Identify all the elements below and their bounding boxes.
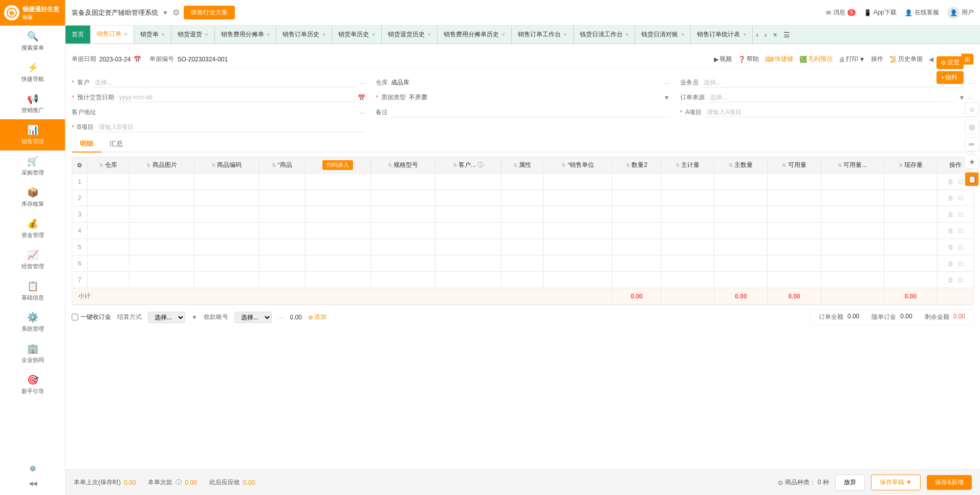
row-spec-2[interactable] — [371, 190, 435, 206]
row-customer-code-1[interactable] — [435, 174, 502, 190]
sidebar-item-sales[interactable]: 📊 销售管理 — [0, 119, 65, 150]
b-project-input[interactable] — [97, 122, 366, 132]
row-unit-7[interactable] — [543, 272, 613, 288]
row-spec-5[interactable] — [371, 239, 435, 255]
address-more-btn[interactable]: ··· — [360, 109, 366, 117]
row-copy-btn-5[interactable]: ⊡ — [958, 244, 963, 251]
tab-sales-bill-history[interactable]: 销货单历史 × — [332, 26, 382, 44]
tab-summary[interactable]: 汇总 — [101, 136, 131, 152]
sidebar-item-marketing[interactable]: 📢 营销推广 — [0, 88, 65, 119]
tab-daily-clear-workbench[interactable]: 钱货日清工作台 × — [574, 26, 636, 44]
row-customer-code-4[interactable] — [435, 223, 502, 239]
row-qty2-5[interactable] — [613, 239, 661, 255]
row-spec-7[interactable] — [371, 272, 435, 288]
save-draft-button[interactable]: 保存草稿 ▼ — [871, 475, 921, 490]
row-unit-2[interactable] — [543, 190, 613, 206]
sort-icon-8[interactable]: ⇅ — [561, 162, 565, 168]
tab-order-workbench-close[interactable]: × — [564, 32, 567, 37]
tab-sales-order-history[interactable]: 销售订单历史 × — [276, 26, 332, 44]
sort-icon-4[interactable]: ⇅ — [272, 162, 276, 168]
add-btn[interactable]: ⊕ 添加 — [308, 313, 326, 321]
tab-next-btn[interactable]: › — [761, 26, 770, 44]
row-qty2-2[interactable] — [613, 190, 661, 206]
row-warehouse-3[interactable] — [88, 206, 129, 223]
row-main-qty-6[interactable] — [714, 255, 768, 272]
order-source-dropdown-icon[interactable]: ▼ — [959, 94, 965, 101]
row-unit-3[interactable] — [543, 206, 613, 223]
sidebar-settings-btn[interactable]: ⚙️ — [26, 462, 39, 475]
row-spec-3[interactable] — [371, 206, 435, 223]
row-customer-code-5[interactable] — [435, 239, 502, 255]
a-project-input[interactable] — [705, 107, 974, 117]
view-btn[interactable]: ▶ 视频 — [714, 55, 732, 63]
message-btn[interactable]: ✉ 消息 9 — [826, 8, 856, 17]
note-input[interactable] — [391, 107, 669, 117]
expected-date-input[interactable] — [117, 93, 355, 102]
dropdown-icon[interactable]: ▼ — [162, 9, 168, 16]
tab-close-all-btn[interactable]: × — [770, 26, 780, 44]
row-attribute-7[interactable] — [502, 272, 543, 288]
user-btn[interactable]: 👤 用户 — [947, 7, 974, 19]
sidebar-collapse-btn[interactable]: ◀◀ — [26, 477, 40, 490]
account-more-btn[interactable]: ··· — [278, 313, 284, 321]
row-copy-btn-4[interactable]: ⊡ — [958, 227, 963, 234]
material-btn[interactable]: + 物料 — [937, 71, 964, 84]
row-code-1[interactable] — [194, 174, 259, 190]
row-spec-4[interactable] — [371, 223, 435, 239]
row-warehouse-5[interactable] — [88, 239, 129, 255]
row-product-1[interactable] — [259, 174, 306, 190]
row-attribute-5[interactable] — [502, 239, 543, 255]
sort-icon-13[interactable]: ⇅ — [838, 162, 842, 168]
save-new-button[interactable]: 保存&新增 — [927, 475, 972, 490]
sort-icon-3[interactable]: ⇅ — [211, 162, 215, 168]
tab-return-history[interactable]: 销货退货历史 × — [382, 26, 438, 44]
row-spec-1[interactable] — [371, 174, 435, 190]
row-qty2-6[interactable] — [613, 255, 661, 272]
row-customer-code-2[interactable] — [435, 190, 502, 206]
profit-preview-btn[interactable]: 💹 毛利预估 — [799, 55, 833, 63]
row-main-qty-7[interactable] — [714, 272, 768, 288]
salesperson-more-btn[interactable]: ··· — [968, 79, 974, 87]
sort-icon-5[interactable]: ⇅ — [388, 162, 392, 168]
order-source-more-btn[interactable]: ··· — [968, 94, 974, 102]
invoice-dropdown-icon[interactable]: ▼ — [664, 94, 670, 101]
account-select[interactable]: 选择... — [234, 312, 272, 323]
row-warehouse-2[interactable] — [88, 190, 129, 206]
float-icon-3[interactable]: ✏ — [965, 137, 979, 152]
sort-icon[interactable]: ⇅ — [99, 162, 103, 168]
app-download-btn[interactable]: 📱 App下载 — [864, 8, 897, 17]
settings-gear-icon[interactable]: ⚙ — [172, 8, 180, 17]
date-picker-icon[interactable]: 📅 — [358, 94, 365, 101]
tab-sales-return[interactable]: 销货退货 × — [171, 26, 215, 44]
row-attribute-1[interactable] — [502, 174, 543, 190]
row-main-qty-4[interactable] — [714, 223, 768, 239]
settings-btn[interactable]: ⚙ 设置 — [937, 56, 964, 69]
customer-input[interactable] — [93, 78, 357, 88]
tab-sales-order-close[interactable]: × — [124, 31, 127, 37]
row-product-3[interactable] — [259, 206, 306, 223]
row-unit-4[interactable] — [543, 223, 613, 239]
row-code-6[interactable] — [194, 255, 259, 272]
sort-icon-10[interactable]: ⇅ — [676, 162, 680, 168]
order-source-input[interactable] — [708, 93, 956, 102]
tab-expense-history-close[interactable]: × — [502, 32, 505, 37]
row-attribute-6[interactable] — [502, 255, 543, 272]
row-warehouse-1[interactable] — [88, 174, 129, 190]
online-service-btn[interactable]: 👤 在线客服 — [905, 8, 939, 17]
tab-prev-btn[interactable]: ‹ — [753, 26, 761, 44]
sidebar-item-quick-nav[interactable]: ⚡ 快捷导航 — [0, 57, 65, 88]
settings-col-icon[interactable]: ⚙ — [77, 162, 82, 169]
row-delete-btn-4[interactable]: 🗑 — [948, 227, 954, 234]
row-main-qty-1[interactable] — [714, 174, 768, 190]
shortcut-btn[interactable]: ⌨ 快捷键 — [765, 55, 793, 63]
tab-sales-expense[interactable]: 销售费用分摊单 × — [215, 26, 277, 44]
row-attribute-2[interactable] — [502, 190, 543, 206]
tab-home[interactable]: 首页 — [66, 26, 91, 44]
calendar-icon[interactable]: 📅 — [134, 56, 141, 63]
tab-sales-stats[interactable]: 销售订单统计表 × — [691, 26, 753, 44]
sidebar-item-finance[interactable]: 💰 资金管理 — [0, 213, 65, 244]
tab-sales-expense-close[interactable]: × — [267, 32, 270, 37]
tab-daily-clear-workbench-close[interactable]: × — [626, 32, 629, 37]
row-delete-btn-6[interactable]: 🗑 — [948, 260, 954, 267]
sort-icon-9[interactable]: ⇅ — [626, 162, 630, 168]
